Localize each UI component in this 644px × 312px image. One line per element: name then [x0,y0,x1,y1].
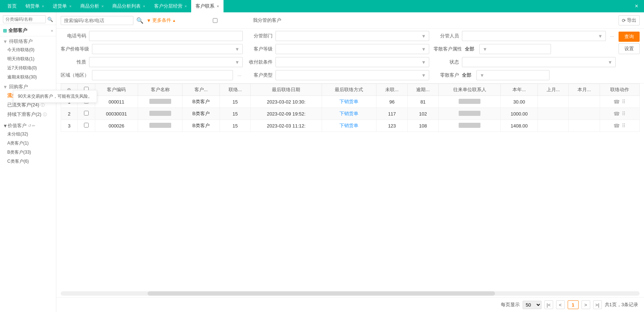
collapse-icon[interactable]: « [51,28,53,33]
prev-page-button[interactable]: < [556,300,565,309]
filter-dept-select[interactable]: ▼ [275,31,429,41]
row1-contact-icon[interactable]: ☎ [613,99,620,105]
nav-tab-customer-layer[interactable]: 客户分层经营 × [150,0,191,12]
more-conditions-button[interactable]: ▼ 更多条件 ▲ [146,17,176,24]
row1-actions: ☎ ⠿ [600,96,639,108]
row1-unit-contact [439,96,501,108]
row2-method-link[interactable]: 下销货单 [339,111,358,116]
close-tab-analysis-list-icon[interactable]: × [143,4,145,8]
filter-scatter-label: 零散客户 [434,72,459,78]
row2-name [138,108,182,120]
row3-checkbox[interactable] [84,123,89,127]
col-type-header: 客户... [182,84,220,96]
top-nav: 首页 销货单 × 进货单 × 商品分析 × 商品分析列表 × 客户分层经营 × … [0,0,644,12]
filter-phone-input[interactable] [89,31,243,41]
last-page-button[interactable]: >| [593,300,602,309]
filter-scatter-attr-select[interactable]: ▼ [479,44,551,54]
per-page-select[interactable]: 50 20 100 [523,301,542,309]
nav-tab-purchase[interactable]: 进货单 × [48,0,76,12]
loss-risk-tooltip: 90天未交易的客户，可能有流失风险。 [13,90,56,103]
row2-more-icon[interactable]: ⠿ [622,111,625,117]
query-button[interactable]: 查询 [619,32,640,42]
pagination-bar: 每页显示 50 20 100 |< < 1 > >| 共1页，3条记录 [56,297,644,312]
nav-tab-analysis-list[interactable]: 商品分析列表 × [108,0,149,12]
filter-scatter-value: 全部 [462,72,471,78]
filter-price-level-select[interactable]: ▼ [92,44,243,54]
chevron-level-icon: ▼ [421,46,426,52]
nav-tab-customer-contact[interactable]: 客户联系 × [191,0,223,12]
export-button[interactable]: ⟳ 导出 [619,15,640,25]
row3-method-link[interactable]: 下销货单 [339,123,358,128]
row1-more-icon[interactable]: ⠿ [622,99,625,105]
filter-row-1: 电话号码 分管部门 ▼ 分管人员 ▼ [61,31,616,41]
close-tab-purchase-icon[interactable]: × [69,4,71,8]
sidebar-item-tomorrow[interactable]: 明天待联络(1) [0,54,56,64]
row2-check [77,108,95,120]
sidebar-item-week[interactable]: 近7天待联络(0) [0,64,56,73]
filter-row-2: 客户价格等级 ▼ 客户等级 ▼ 零散客户属性 [61,44,616,54]
row2-checkbox[interactable] [84,111,89,116]
nav-home[interactable]: 首页 [3,0,21,12]
filter-scatter-select[interactable]: ▼ [476,70,550,80]
close-tab-analysis-icon[interactable]: × [101,4,104,8]
row2-contact-icon[interactable]: ☎ [613,111,620,117]
row2-unit-contact [439,108,501,120]
table-row: 2 00030031 B类客户 15 2023-02-09 19:52: 下销货… [61,108,640,120]
row1-method-link[interactable]: 下销货单 [339,99,358,104]
filter-nature-select[interactable]: ▼ [89,57,243,67]
col-overdue-header: 逾期... [407,84,438,96]
first-page-button[interactable]: |< [544,300,553,309]
region-dots-icon[interactable]: ··· [236,73,243,78]
search-input[interactable] [61,16,133,25]
filter-type: 客户类型 ▼ [247,70,429,80]
sidebar-group-pending[interactable]: ▼ 待联络客户 [0,36,56,45]
row1-type: B类客户 [182,96,220,108]
search-button[interactable]: 🔍 [136,17,144,24]
filter-customer-level-select[interactable]: ▼ [275,44,429,54]
filter-status-label: 状态 [434,59,459,65]
filter-type-select[interactable]: ▼ [275,70,429,80]
close-tab-customer-layer-icon[interactable]: × [185,4,187,8]
row3-contact-icon[interactable]: ☎ [613,123,620,129]
row2-name-blur [149,111,171,116]
settings-button[interactable]: 设置 [619,43,640,54]
sidebar-item-a-class[interactable]: A类客户(1) [0,139,56,148]
sidebar-item-today[interactable]: 今天待联络(0) [0,45,56,54]
row2-this-year: 1000.00 [501,108,538,120]
sidebar-item-ungrouped[interactable]: 未分组(32) [0,130,56,139]
sidebar-search-input[interactable] [3,15,46,23]
table-row: 1 000011 B类客户 15 2023-03-02 10:30: 下销货单 … [61,96,640,108]
horizontal-scrollbar[interactable] [61,291,640,296]
next-page-button[interactable]: > [581,300,590,309]
filter-status-select[interactable]: ▼ [462,57,616,67]
manager-dots-icon[interactable]: ··· [609,33,616,39]
my-customers-checkbox[interactable]: 我分管的客户 [179,17,281,24]
close-tab-sales-icon[interactable]: × [42,4,44,8]
export-icon: ⟳ [622,18,626,23]
filter-manager-select[interactable]: ▼ [462,31,606,41]
close-all-button[interactable]: × [632,3,641,9]
sidebar-group-repurchase[interactable]: ▼ 回购客户 [0,82,56,91]
refresh-icon[interactable]: ↺ [28,123,31,128]
my-customers-check[interactable] [179,18,251,23]
row2-last-method: 下销货单 [322,108,377,120]
edit-icon[interactable]: ✏ [32,123,35,128]
sidebar-search-icon[interactable]: 🔍 [47,17,53,22]
nav-tab-sales[interactable]: 销货单 × [21,0,48,12]
sidebar-item-declining[interactable]: 持续下滑客户(2) ⓘ [0,110,56,119]
filter-region-select[interactable] [92,70,233,80]
sidebar-item-b-class[interactable]: B类客户(33) [0,148,56,157]
filter-actions: 查询 设置 [619,31,640,80]
filter-dept: 分管部门 ▼ [247,31,429,41]
sidebar-group-value[interactable]: ▼ 价值客户 ↺ ✏ [0,121,56,130]
sidebar-item-overdue[interactable]: 逾期未联络(30) [0,73,56,82]
filter-payment-select[interactable]: ▼ [275,57,429,67]
sidebar-all-customers[interactable]: ⊞ 全部客户 « [0,25,56,36]
sidebar-item-c-class[interactable]: C类客户(6) [0,157,56,166]
row3-more-icon[interactable]: ⠿ [622,123,625,129]
close-tab-customer-contact-icon[interactable]: × [217,4,219,8]
chevron-scatter2-icon: ▼ [480,73,484,78]
row3-this-year: 1408.00 [501,120,538,132]
nav-tab-analysis[interactable]: 商品分析 × [76,0,108,12]
grid-icon: ⊞ [3,28,7,33]
